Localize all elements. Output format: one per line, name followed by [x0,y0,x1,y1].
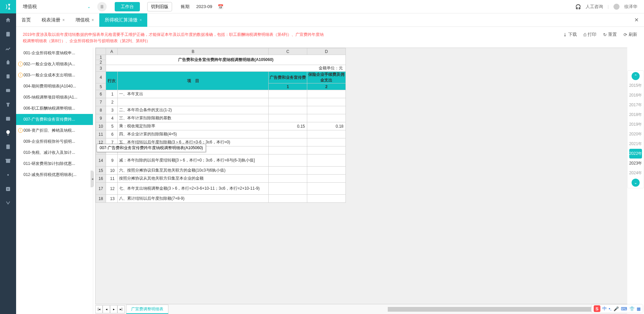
value-cell-c[interactable] [269,98,307,106]
item-cell[interactable]: 减：本年扣除的以前年度结转额[3＞6，本行=0；3≤6，本行=8与(6-3)孰小… [118,154,269,167]
form-item-1[interactable]: 002-一般企业收入明细表(A... [16,59,93,70]
home-icon[interactable] [5,17,11,23]
year-item[interactable]: 2018年 [629,110,642,120]
item-cell[interactable] [118,98,269,106]
value-cell-c[interactable] [269,90,307,98]
year-up-button[interactable]: ⌃ [632,72,640,80]
period-value[interactable]: 2023-09 [196,4,212,9]
refresh-button[interactable]: ⟳刷新 [624,32,637,38]
value-cell-c[interactable] [269,130,307,138]
row-header[interactable]: 11 [96,130,106,138]
archive-icon[interactable] [5,158,11,164]
value-cell-c[interactable] [269,167,307,175]
year-item[interactable]: 2020年 [629,129,642,139]
year-item[interactable]: 2021年 [629,139,642,149]
value-cell-d[interactable] [307,106,346,114]
row-num-cell[interactable]: 12 [106,183,118,195]
doc-icon[interactable] [5,31,11,38]
download-button[interactable]: ⤓下载 [563,32,577,38]
clipboard-icon[interactable] [5,73,11,80]
sheet-tab[interactable]: 广宣费调整明细表 [126,305,168,314]
consult-link[interactable]: 人工咨询 [586,4,603,10]
form-item-10[interactable]: 011-研发费用加计扣除优惠... [16,158,93,169]
row-header[interactable]: 8 [96,106,106,114]
row-header[interactable]: 6 [96,90,106,98]
tool-icon[interactable] [5,87,11,94]
value-cell-d[interactable] [307,167,346,175]
form-item-8[interactable]: 009-企业所得税弥补亏损明... [16,136,93,147]
ime-mic-icon[interactable]: 🎤 [613,306,619,311]
item-cell[interactable]: 八、累计结转以后年度扣除额(7+8-9) [118,195,269,203]
tab-3[interactable]: 所得税汇算清缴× [99,13,147,27]
item-cell[interactable]: 按照分摊协议从其他关联方归集至本企业的金额 [118,175,269,183]
year-item[interactable]: 2023年 [629,159,642,168]
item-cell[interactable]: 六、按照分摊协议归集至其他关联方的金额(10≤3与6孰小值) [118,167,269,175]
ime-skin-icon[interactable]: 👕 [629,306,635,311]
row-header[interactable]: 10 [96,122,106,130]
report-icon[interactable] [5,143,11,150]
row-header[interactable]: 1 [96,55,106,60]
col-header-A[interactable]: A [106,48,118,55]
item-cell[interactable]: 三、本年计算扣除限额的基数 [118,114,269,122]
value-cell-d[interactable] [307,130,346,138]
sheet-first-button[interactable]: |◂ [95,305,103,313]
form-item-2[interactable]: 003-一般企业成本支出明细... [16,70,93,81]
value-cell-c[interactable] [269,154,307,167]
value-cell-d[interactable] [307,138,346,146]
form-item-11[interactable]: 012-减免所得税优惠明细表(... [16,169,93,180]
sheet-next-button[interactable]: ▸ [110,305,117,313]
shirt-icon[interactable] [5,101,11,108]
document-icon[interactable] [97,2,107,11]
form-item-3[interactable]: 004-期间费用明细表(A1040... [16,81,93,92]
item-cell[interactable]: 乘：税收规定扣除率 [118,122,269,130]
year-down-button[interactable]: ⌄ [632,179,640,187]
value-cell-c[interactable] [269,195,307,203]
ime-lang[interactable]: 中 [602,306,607,312]
value-cell-d[interactable] [307,98,346,106]
hscrollbar[interactable] [388,307,627,312]
item-cell[interactable]: 一、本年支出 [118,90,269,98]
tab-1[interactable]: 税表清册× [36,13,70,27]
row-header[interactable]: 9 [96,114,106,122]
col-header-C[interactable]: C [269,48,307,55]
worktable-button[interactable]: 工作台 [115,2,140,11]
logo[interactable] [0,0,16,13]
year-item[interactable]: 2015年 [629,81,642,90]
value-cell-d[interactable] [307,154,346,167]
row-header[interactable]: 14 [96,154,106,167]
bag-icon[interactable] [5,59,11,66]
value-cell-d[interactable]: 0.18 [307,122,346,130]
value-cell-d[interactable] [307,175,346,183]
item-cell[interactable]: 二、本年符合条件的支出(1-2) [118,106,269,114]
value-cell-c[interactable] [269,183,307,195]
col-header-D[interactable]: D [307,48,346,55]
value-cell-c[interactable] [269,138,307,146]
form-item-9[interactable]: 010-免税、减计收入及加计... [16,147,93,158]
value-cell-c[interactable] [269,175,307,183]
item-cell[interactable]: 四、本企业计算的扣除限额(4×5) [118,130,269,138]
year-item[interactable]: 2019年 [629,120,642,129]
tab-2[interactable]: 增值税× [70,13,99,27]
form-item-5[interactable]: 006-职工薪酬纳税调整明细... [16,103,93,114]
row-header[interactable]: 2 [96,60,106,65]
calendar-icon[interactable] [5,115,11,122]
close-all-icon[interactable]: ✕ [634,17,639,23]
value-cell-d[interactable] [307,114,346,122]
value-cell-d[interactable] [307,146,346,154]
row-header[interactable]: 4 [96,72,106,83]
tab-0[interactable]: 首页 [16,13,36,27]
year-item[interactable]: 2017年 [629,100,642,110]
item-cell[interactable]: 七、本年支出纳税调整金额(3＞6，本行=2+3-6+10-11；3≤6，本行=2… [118,183,269,195]
value-cell-c[interactable] [269,114,307,122]
row-header[interactable]: 16 [96,175,106,183]
row-header[interactable]: 7 [96,98,106,106]
row-num-cell[interactable]: 1 [106,90,118,98]
collapse-handle[interactable]: ◂ [91,171,94,187]
row-header[interactable]: 5 [96,83,106,90]
ime-grid-icon[interactable]: ▦ [637,306,641,311]
row-num-cell[interactable]: 3 [106,106,118,114]
row-header[interactable]: 17 [96,183,106,195]
sheet-prev-button[interactable]: ◂ [103,305,110,313]
close-icon[interactable]: × [62,18,65,22]
ime-bar[interactable]: S 中 •, 🎤 ⌨ 👕 ▦ [592,305,643,313]
